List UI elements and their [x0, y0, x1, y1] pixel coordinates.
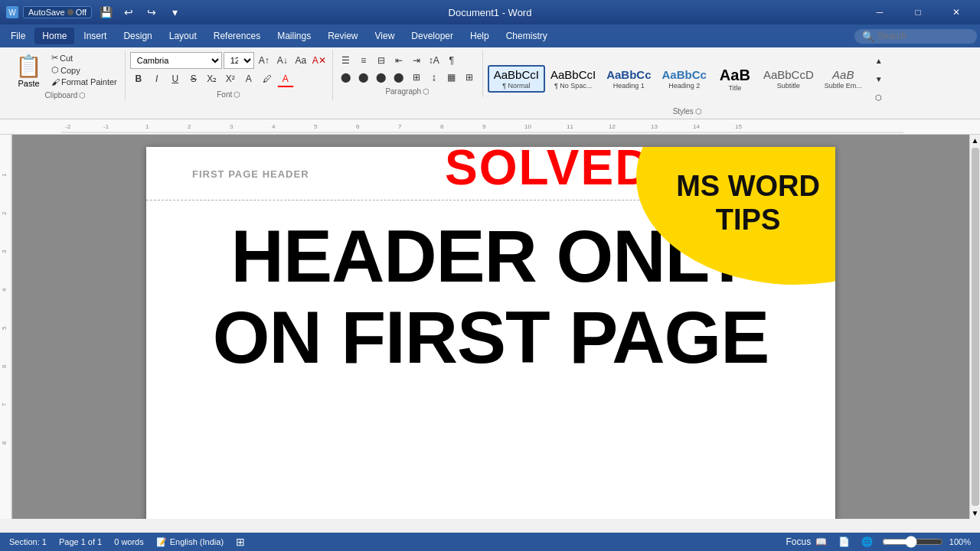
highlight-color-button[interactable]: 🖊 — [259, 70, 276, 87]
menu-chemistry[interactable]: Chemistry — [498, 28, 555, 44]
spell-check-icon: 📝 — [156, 537, 167, 547]
increase-font-button[interactable]: A↑ — [256, 52, 273, 69]
web-layout-button[interactable]: 🌐 — [859, 533, 876, 550]
svg-text:14: 14 — [693, 123, 700, 130]
format-painter-icon: 🖌 — [51, 77, 60, 86]
underline-button[interactable]: U — [167, 70, 184, 87]
zoom-slider[interactable] — [882, 536, 943, 548]
paste-button[interactable]: 📋 Paste — [11, 52, 47, 90]
style-normal[interactable]: AaBbCcI ¶ Normal — [488, 65, 545, 93]
align-left-button[interactable]: ⬤ — [338, 69, 354, 86]
style-heading1[interactable]: AaBbCc Heading 1 — [601, 66, 656, 92]
line-spacing-button[interactable]: ↨ — [426, 69, 443, 86]
decrease-font-button[interactable]: A↓ — [274, 52, 291, 69]
customize-button[interactable]: ▾ — [165, 3, 184, 21]
multilevel-list-button[interactable]: ⊟ — [373, 52, 390, 69]
copy-button[interactable]: ⬡ Copy — [48, 64, 120, 76]
maximize-button[interactable]: □ — [900, 0, 936, 24]
style-heading2[interactable]: AaBbCc Heading 2 — [657, 66, 712, 92]
cut-button[interactable]: ✂ Cut — [48, 52, 120, 64]
decrease-indent-button[interactable]: ⇤ — [390, 52, 407, 69]
clear-formatting-button[interactable]: A✕ — [311, 52, 328, 69]
minimize-button[interactable]: ─ — [862, 0, 897, 24]
style-no-spacing[interactable]: AaBbCcI ¶ No Spac... — [545, 66, 601, 92]
italic-button[interactable]: I — [149, 70, 165, 87]
paragraph-label: Paragraph ⬡ — [385, 87, 430, 96]
style-no-spacing-label: ¶ No Spac... — [554, 82, 592, 90]
search-bar[interactable]: 🔍 — [854, 29, 977, 44]
menu-layout[interactable]: Layout — [162, 28, 204, 44]
borders-button[interactable]: ⊞ — [461, 69, 478, 86]
ms-word-tips-overlay: MS WORD TIPS — [676, 170, 820, 236]
styles-scroll-up[interactable]: ▲ — [871, 52, 887, 69]
align-right-button[interactable]: ⬤ — [373, 69, 390, 86]
align-center-button[interactable]: ⬤ — [355, 69, 372, 86]
styles-expand[interactable]: ⬡ — [871, 89, 887, 106]
styles-scroll-down[interactable]: ▼ — [871, 70, 887, 87]
menu-bar: File Home Insert Design Layout Reference… — [0, 24, 980, 47]
menu-design[interactable]: Design — [116, 28, 159, 44]
format-painter-button[interactable]: 🖌 Format Painter — [48, 77, 120, 87]
strikethrough-button[interactable]: S — [185, 70, 202, 87]
paragraph-expand-icon[interactable]: ⬡ — [423, 87, 430, 96]
bullets-button[interactable]: ☰ — [338, 52, 354, 69]
sort-button[interactable]: ↕A — [426, 52, 443, 69]
svg-text:1: 1 — [145, 123, 149, 130]
title-bar-left: W AutoSave Off 💾 ↩ ↪ ▾ — [6, 3, 184, 21]
clipboard-group: 📋 Paste ✂ Cut ⬡ Copy 🖌 Format Painter C — [6, 51, 126, 101]
autosave-dot — [67, 9, 74, 15]
style-title[interactable]: AaB Title — [712, 64, 758, 94]
bold-button[interactable]: B — [130, 70, 147, 87]
menu-references[interactable]: References — [206, 28, 268, 44]
font-color-button[interactable]: A — [277, 70, 294, 87]
justify-button[interactable]: ⬤ — [390, 69, 407, 86]
shading-button[interactable]: ▦ — [443, 69, 460, 86]
font-size-select[interactable]: 12 — [224, 52, 254, 69]
window-controls: ─ □ ✕ — [862, 0, 974, 24]
read-mode-button[interactable]: 📖 — [813, 533, 830, 550]
redo-button[interactable]: ↪ — [142, 3, 161, 21]
autosave-badge: AutoSave Off — [23, 6, 92, 18]
close-button[interactable]: ✕ — [939, 0, 974, 24]
print-layout-button[interactable]: 📄 — [836, 533, 853, 550]
menu-developer[interactable]: Developer — [403, 28, 461, 44]
scroll-up-button[interactable]: ▲ — [970, 135, 980, 146]
text-effects-button[interactable]: A — [240, 70, 257, 87]
solved-text: SOLVED — [445, 147, 652, 196]
increase-indent-button[interactable]: ⇥ — [408, 52, 425, 69]
menu-help[interactable]: Help — [462, 28, 497, 44]
svg-text:6: 6 — [356, 123, 360, 130]
styles-expand-icon[interactable]: ⬡ — [695, 107, 702, 116]
focus-button[interactable]: Focus — [790, 533, 807, 550]
font-bottom-row: B I U S X₂ X² A 🖊 A — [130, 70, 328, 87]
clipboard-content: 📋 Paste ✂ Cut ⬡ Copy 🖌 Format Painter — [11, 52, 120, 90]
menu-mailings[interactable]: Mailings — [270, 28, 318, 44]
style-heading1-label: Heading 1 — [613, 82, 645, 90]
style-heading1-preview: AaBbCc — [606, 68, 651, 82]
left-ruler: 1 2 3 4 5 6 7 8 — [0, 135, 12, 519]
menu-review[interactable]: Review — [320, 28, 365, 44]
menu-home[interactable]: Home — [34, 28, 74, 44]
clipboard-expand-icon[interactable]: ⬡ — [79, 91, 86, 99]
subscript-button[interactable]: X₂ — [204, 70, 220, 87]
font-name-select[interactable]: Cambria — [130, 52, 222, 69]
paragraph-group: ☰ ≡ ⊟ ⇤ ⇥ ↕A ¶ ⬤ ⬤ ⬤ ⬤ ⊞ ↨ ▦ ⊞ Paragraph… — [333, 51, 483, 97]
numbering-button[interactable]: ≡ — [355, 52, 372, 69]
vertical-scrollbar[interactable]: ▲ ▼ — [969, 135, 980, 519]
menu-view[interactable]: View — [368, 28, 403, 44]
search-input[interactable] — [877, 31, 969, 41]
menu-file[interactable]: File — [3, 28, 33, 44]
scroll-down-button[interactable]: ▼ — [970, 507, 980, 519]
style-subtle-emphasis[interactable]: AaB Subtle Em... — [819, 66, 867, 92]
show-formatting-button[interactable]: ¶ — [443, 52, 460, 69]
change-case-button[interactable]: Aa — [292, 52, 309, 69]
style-subtitle[interactable]: AaBbCcD Subtitle — [758, 66, 819, 92]
superscript-button[interactable]: X² — [222, 70, 239, 87]
menu-insert[interactable]: Insert — [76, 28, 114, 44]
svg-text:5: 5 — [314, 123, 318, 130]
columns-button[interactable]: ⊞ — [408, 69, 425, 86]
undo-button[interactable]: ↩ — [119, 3, 138, 21]
save-button[interactable]: 💾 — [96, 3, 115, 21]
scroll-thumb[interactable] — [972, 148, 979, 506]
font-expand-icon[interactable]: ⬡ — [234, 90, 240, 99]
